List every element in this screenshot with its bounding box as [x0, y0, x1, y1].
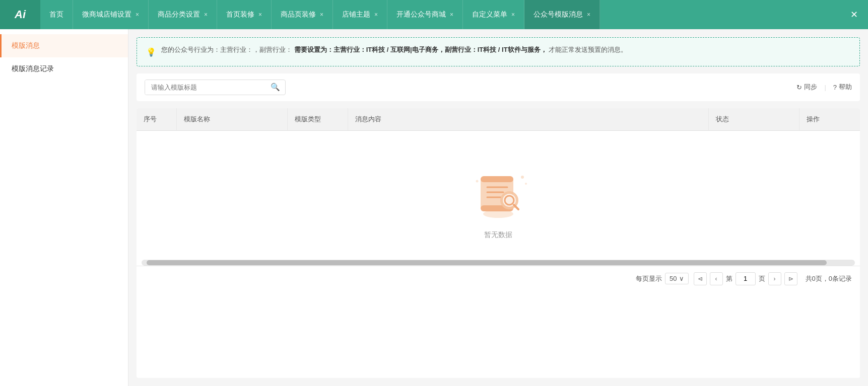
notice-highlight: 需要设置为：主营行业：IT科技 / 互联网|电子商务，副营行业：IT科技 / I…	[294, 46, 547, 53]
notice-suffix: 才能正常发送预置的消息。	[549, 46, 627, 53]
toolbar-right: ↻ 同步 | ? 帮助	[796, 83, 852, 92]
page-nav: ⊲ ‹ 第 页 › ⊳ 共0页，0条记录	[694, 272, 852, 285]
sidebar-item-template-msg-log-label: 模版消息记录	[12, 64, 54, 72]
scrollbar-thumb[interactable]	[147, 260, 827, 265]
tab-category-settings[interactable]: 商品分类设置 ×	[149, 0, 217, 29]
tab-homepage-decor-close[interactable]: ×	[258, 11, 262, 18]
first-page-button[interactable]: ⊲	[694, 272, 707, 285]
sidebar-item-template-msg-log[interactable]: 模版消息记录	[0, 57, 128, 81]
tab-homepage[interactable]: 首页	[40, 0, 73, 29]
svg-point-12	[525, 183, 527, 185]
tab-store-theme[interactable]: 店铺主题 ×	[333, 0, 387, 29]
notice-text: 您的公众号行业为：主营行业：，副营行业： 需要设置为：主营行业：IT科技 / 互…	[161, 45, 627, 55]
prev-page-button[interactable]: ‹	[710, 272, 723, 285]
sidebar: 模版消息 模版消息记录	[0, 29, 128, 386]
tab-template-msg-label: 公众号模版消息	[533, 10, 583, 19]
tab-bar-close-all[interactable]: ✕	[840, 0, 868, 29]
tab-store-theme-label: 店铺主题	[342, 10, 370, 19]
tab-template-msg-close[interactable]: ×	[587, 11, 590, 18]
th-index: 序号	[137, 108, 177, 130]
main-layout: 模版消息 模版消息记录 💡 您的公众号行业为：主营行业：，副营行业： 需要设置为…	[0, 29, 868, 386]
tab-store-theme-close[interactable]: ×	[374, 11, 378, 18]
search-input[interactable]	[145, 80, 265, 95]
notice-box: 💡 您的公众号行业为：主营行业：，副营行业： 需要设置为：主营行业：IT科技 /…	[137, 37, 860, 66]
page-size-dropdown[interactable]: 50 ∨	[665, 273, 688, 284]
tab-custom-menu[interactable]: 自定义菜单 ×	[463, 0, 524, 29]
tab-homepage-label: 首页	[49, 10, 63, 19]
help-button[interactable]: ? 帮助	[833, 83, 852, 92]
tab-custom-menu-close[interactable]: ×	[511, 11, 515, 18]
toolbar-divider: |	[824, 84, 826, 91]
tab-store-settings-close[interactable]: ×	[136, 11, 139, 18]
notice-icon: 💡	[146, 46, 156, 59]
tab-custom-menu-label: 自定义菜单	[472, 10, 507, 19]
next-page-button[interactable]: ›	[768, 272, 781, 285]
tab-open-mall-close[interactable]: ×	[450, 11, 453, 18]
pagination-bar: 每页显示 50 ∨ ⊲ ‹ 第 页 › ⊳ 共0页，0条记录	[137, 266, 860, 291]
page-total: 共0页，0条记录	[806, 274, 852, 283]
search-icon: 🔍	[271, 83, 280, 91]
notice-prefix: 您的公众号行业为：主营行业：，副营行业：	[161, 46, 292, 53]
sync-icon: ↻	[796, 84, 802, 91]
tab-product-decor-label: 商品页装修	[281, 10, 316, 19]
sidebar-item-template-msg-label: 模版消息	[12, 41, 40, 49]
sync-button[interactable]: ↻ 同步	[796, 83, 817, 92]
svg-point-13	[476, 180, 479, 182]
page-label-ye: 页	[759, 274, 765, 283]
tab-homepage-decor[interactable]: 首页装修 ×	[217, 0, 272, 29]
search-button[interactable]: 🔍	[265, 83, 285, 92]
table-header: 序号 模版名称 模版类型 消息内容 状态 操作	[137, 108, 860, 131]
horizontal-scrollbar[interactable]	[142, 260, 855, 266]
search-input-wrap: 🔍	[145, 80, 286, 95]
search-bar: 🔍 ↻ 同步 | ? 帮助	[137, 73, 860, 101]
last-page-button[interactable]: ⊳	[784, 272, 797, 285]
help-icon: ?	[833, 84, 837, 91]
tab-product-decor[interactable]: 商品页装修 ×	[272, 0, 333, 29]
th-status: 状态	[709, 108, 799, 130]
help-label: 帮助	[839, 83, 852, 92]
empty-state: 暂无数据	[137, 131, 860, 260]
tab-category-settings-close[interactable]: ×	[204, 11, 208, 18]
th-name: 模版名称	[177, 108, 288, 130]
svg-point-11	[521, 176, 524, 179]
tab-bar: Ai 首页 微商城店铺设置 × 商品分类设置 × 首页装修 × 商品页装修 × …	[0, 0, 868, 29]
empty-illustration	[468, 161, 528, 221]
sync-label: 同步	[804, 83, 817, 92]
content-area: 💡 您的公众号行业为：主营行业：，副营行业： 需要设置为：主营行业：IT科技 /…	[128, 29, 868, 386]
tab-product-decor-close[interactable]: ×	[320, 11, 323, 18]
page-size-value: 50	[670, 275, 677, 282]
tab-open-mall[interactable]: 开通公众号商城 ×	[387, 0, 463, 29]
table-wrap: 序号 模版名称 模版类型 消息内容 状态 操作	[137, 108, 860, 378]
tab-homepage-decor-label: 首页装修	[226, 10, 254, 19]
empty-text: 暂无数据	[484, 230, 512, 240]
tab-store-settings-label: 微商城店铺设置	[82, 10, 131, 19]
sidebar-item-template-msg[interactable]: 模版消息	[0, 34, 128, 57]
page-size-label: 每页显示	[636, 274, 662, 283]
logo: Ai	[0, 0, 40, 29]
tab-open-mall-label: 开通公众号商城	[396, 10, 446, 19]
svg-rect-2	[481, 176, 513, 182]
tab-template-msg[interactable]: 公众号模版消息 ×	[524, 0, 600, 29]
page-size-select: 每页显示 50 ∨	[636, 273, 688, 284]
th-type: 模版类型	[288, 108, 348, 130]
tab-store-settings[interactable]: 微商城店铺设置 ×	[73, 0, 149, 29]
tab-category-settings-label: 商品分类设置	[158, 10, 200, 19]
page-input[interactable]	[736, 272, 756, 285]
th-action: 操作	[799, 108, 860, 130]
th-content: 消息内容	[348, 108, 709, 130]
dropdown-arrow-icon: ∨	[679, 275, 684, 282]
page-label-di: 第	[726, 274, 732, 283]
